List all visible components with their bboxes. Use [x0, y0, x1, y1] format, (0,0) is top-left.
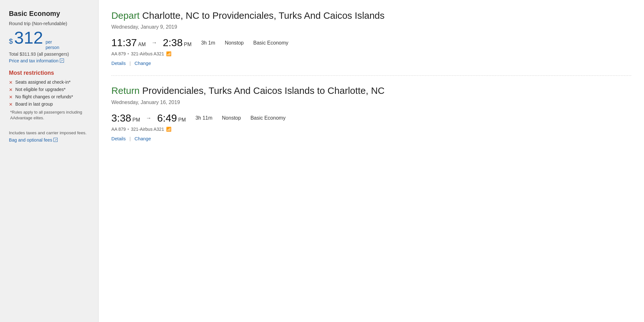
depart-flight-number: AA 879	[111, 51, 126, 56]
return-label: Return	[111, 85, 140, 96]
list-item: ✕ No flight changes or refunds*	[9, 94, 89, 100]
restrictions-note: *Rules apply to all passengers including…	[9, 109, 89, 121]
wifi-icon: 📶	[166, 127, 172, 132]
depart-header: Depart Charlotte, NC to Providenciales, …	[111, 10, 631, 22]
action-divider: |	[130, 61, 131, 66]
action-divider: |	[130, 136, 131, 141]
return-depart-ampm: PM	[132, 117, 140, 123]
return-arrive-ampm: PM	[178, 117, 186, 123]
external-link-icon: ↗	[53, 138, 58, 142]
return-stops: Nonstop	[222, 115, 241, 121]
depart-times-row: 11:37 AM → 2:38 PM 3h 1m Nonstop Basic E…	[111, 37, 631, 49]
depart-date: Wednesday, January 9, 2019	[111, 24, 631, 30]
depart-actions: Details | Change	[111, 61, 631, 66]
list-item: ✕ Board in last group	[9, 102, 89, 107]
depart-ampm: AM	[138, 42, 146, 47]
section-divider	[111, 75, 631, 76]
depart-change-link[interactable]: Change	[135, 61, 151, 66]
x-icon: ✕	[9, 94, 13, 100]
right-panel: Depart Charlotte, NC to Providenciales, …	[99, 0, 644, 322]
depart-label: Depart	[111, 10, 140, 21]
return-info-row: AA 879 321-Airbus A321 📶	[111, 127, 631, 132]
price-tax-link[interactable]: Price and tax information ↗	[9, 58, 64, 63]
return-header: Return Providenciales, Turks And Caicos …	[111, 85, 631, 97]
return-arrive-time: 6:49	[157, 112, 177, 124]
price-amount: 312	[14, 29, 43, 46]
arrive-time-block: 2:38 PM	[163, 37, 192, 49]
return-route: Providenciales, Turks And Caicos Islands…	[142, 85, 385, 96]
depart-time: 11:37	[111, 37, 137, 49]
return-date: Wednesday, January 16, 2019	[111, 100, 631, 105]
depart-aircraft: 321-Airbus A321	[131, 51, 164, 56]
return-depart-time: 3:38	[111, 112, 131, 124]
x-icon: ✕	[9, 102, 13, 107]
return-arrive-time-block: 6:49 PM	[157, 112, 186, 124]
round-trip-label: Round trip (Non-refundable)	[9, 21, 89, 26]
price-row: $ 312 perperson	[9, 29, 89, 50]
return-times-row: 3:38 PM → 6:49 PM 3h 11m Nonstop Basic E…	[111, 112, 631, 124]
depart-duration: 3h 1m	[201, 40, 215, 46]
wifi-icon: 📶	[166, 51, 172, 56]
depart-cabin: Basic Economy	[253, 40, 288, 46]
return-flight-number: AA 879	[111, 127, 126, 132]
return-cabin: Basic Economy	[250, 115, 285, 121]
x-icon: ✕	[9, 80, 13, 85]
dot-separator	[128, 53, 129, 54]
price-per-person: perperson	[46, 39, 59, 50]
bag-fees-link[interactable]: Bag and optional fees ↗	[9, 137, 58, 143]
return-aircraft: 321-Airbus A321	[131, 127, 164, 132]
arrive-time: 2:38	[163, 37, 183, 49]
depart-section: Depart Charlotte, NC to Providenciales, …	[111, 10, 631, 66]
return-depart-time-block: 3:38 PM	[111, 112, 140, 124]
arrow-icon: →	[140, 115, 157, 122]
depart-info-row: AA 879 321-Airbus A321 📶	[111, 51, 631, 56]
return-section: Return Providenciales, Turks And Caicos …	[111, 85, 631, 141]
depart-stops: Nonstop	[225, 40, 244, 46]
price-dollar-sign: $	[9, 37, 13, 46]
return-change-link[interactable]: Change	[135, 136, 151, 141]
return-actions: Details | Change	[111, 136, 631, 141]
return-details-link[interactable]: Details	[111, 136, 126, 141]
panel-title: Basic Economy	[9, 10, 89, 18]
depart-route: Charlotte, NC to Providenciales, Turks A…	[142, 10, 385, 21]
left-panel: Basic Economy Round trip (Non-refundable…	[0, 0, 99, 322]
external-link-icon: ↗	[60, 59, 64, 63]
restrictions-list: ✕ Seats assigned at check-in* ✕ Not elig…	[9, 80, 89, 107]
return-duration: 3h 11m	[195, 115, 212, 121]
taxes-note: Includes taxes and carrier imposed fees.	[9, 130, 89, 135]
arrive-ampm: PM	[184, 42, 192, 47]
arrow-icon: →	[146, 39, 163, 46]
price-total: Total $311.93 (all passengers)	[9, 52, 89, 57]
x-icon: ✕	[9, 87, 13, 92]
list-item: ✕ Seats assigned at check-in*	[9, 80, 89, 85]
depart-details-link[interactable]: Details	[111, 61, 126, 66]
restrictions-title: Most restrictions	[9, 70, 89, 76]
depart-time-block: 11:37 AM	[111, 37, 146, 49]
dot-separator	[128, 129, 129, 130]
list-item: ✕ Not eligible for upgrades*	[9, 87, 89, 92]
